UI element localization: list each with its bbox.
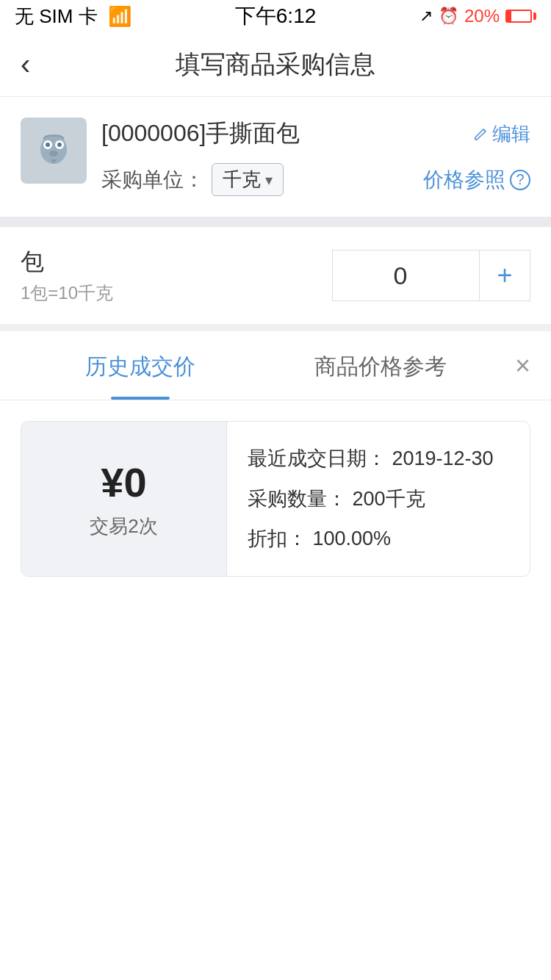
unit-label: 采购单位：: [101, 166, 204, 194]
svg-point-3: [46, 143, 50, 147]
unit-row: 采购单位： 千克 ▾ 价格参照 ?: [101, 163, 530, 196]
quantity-label-block: 包 1包=10千克: [21, 246, 113, 305]
product-name: [0000006]手撕面包: [101, 118, 300, 150]
quantity-row: 包 1包=10千克 +: [0, 227, 551, 324]
tabs-header: 历史成交价 商品价格参考 ×: [0, 331, 551, 400]
quantity-input-block: +: [332, 250, 530, 301]
price-amount: ¥0: [101, 458, 146, 506]
status-indicators: ↗ ⏰ 20%: [419, 6, 536, 26]
price-trades: 交易2次: [90, 514, 157, 539]
recent-date-label: 最近成交日期：: [248, 447, 386, 469]
recent-date-value: 2019-12-30: [392, 447, 494, 469]
product-info: [0000006]手撕面包 编辑 采购单位： 千克 ▾ 价格参照 ?: [101, 118, 530, 196]
battery-icon: [505, 10, 536, 23]
price-ref-button[interactable]: 价格参照 ?: [423, 166, 530, 194]
quantity-plus-button[interactable]: +: [479, 250, 530, 301]
tabs-section: 历史成交价 商品价格参考 × ¥0 交易2次 最近成交日期： 2019-12-3…: [0, 331, 551, 597]
location-icon: ↗: [419, 7, 433, 26]
tab-close-button[interactable]: ×: [500, 336, 530, 396]
edit-icon: [473, 126, 489, 142]
svg-point-4: [57, 143, 62, 147]
status-bar: 无 SIM 卡 📶 下午6:12 ↗ ⏰ 20%: [0, 0, 551, 32]
dropdown-arrow-icon: ▾: [265, 171, 273, 189]
help-icon: ?: [510, 170, 530, 190]
discount-value: 100.00%: [313, 527, 392, 550]
purchase-qty-label: 采购数量：: [248, 488, 347, 510]
purchase-qty-value: 200千克: [353, 488, 425, 510]
quantity-input[interactable]: [332, 250, 479, 301]
battery-percent: 20%: [464, 6, 500, 26]
history-price-content: ¥0 交易2次 最近成交日期： 2019-12-30 采购数量： 200千克 折…: [0, 400, 551, 597]
edit-button[interactable]: 编辑: [473, 121, 530, 147]
tab-product-price-ref[interactable]: 商品价格参考: [260, 331, 500, 400]
status-signal: 无 SIM 卡 📶: [15, 4, 132, 29]
discount-row: 折扣： 100.00%: [248, 524, 509, 554]
quantity-conversion: 1包=10千克: [21, 281, 113, 305]
back-button[interactable]: ‹: [21, 48, 30, 81]
quantity-unit: 包: [21, 246, 113, 278]
page-title: 填写商品采购信息: [176, 48, 375, 82]
nav-header: ‹ 填写商品采购信息: [0, 32, 551, 97]
purchase-qty-row: 采购数量： 200千克: [248, 484, 509, 514]
product-card: [0000006]手撕面包 编辑 采购单位： 千克 ▾ 价格参照 ?: [0, 97, 551, 217]
price-right-panel: 最近成交日期： 2019-12-30 采购数量： 200千克 折扣： 100.0…: [227, 422, 530, 576]
section-divider: [0, 217, 551, 227]
product-thumb-icon: [32, 126, 76, 176]
status-time: 下午6:12: [235, 2, 317, 30]
product-name-row: [0000006]手撕面包 编辑: [101, 118, 530, 150]
empty-area: [0, 597, 551, 981]
svg-point-5: [49, 151, 58, 156]
unit-select[interactable]: 千克 ▾: [212, 163, 284, 196]
price-left-panel: ¥0 交易2次: [21, 422, 227, 576]
product-thumbnail: [21, 118, 87, 184]
price-card: ¥0 交易2次 最近成交日期： 2019-12-30 采购数量： 200千克 折…: [21, 421, 530, 577]
recent-date-row: 最近成交日期： 2019-12-30: [248, 444, 509, 474]
discount-label: 折扣：: [248, 527, 307, 550]
alarm-icon: ⏰: [439, 7, 458, 26]
tab-history-price[interactable]: 历史成交价: [21, 331, 260, 400]
